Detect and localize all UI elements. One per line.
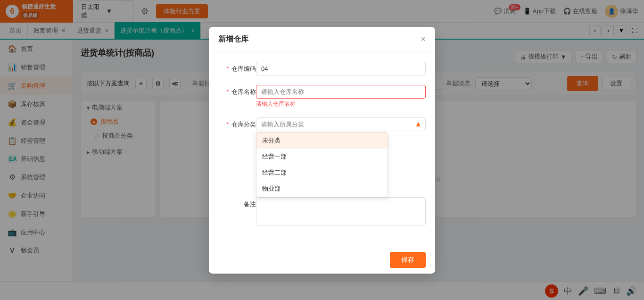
code-row: * 仓库编码 (218, 62, 426, 75)
code-label: * 仓库编码 (218, 62, 256, 73)
add-warehouse-modal: 新增仓库 × * 仓库编码 * 仓库名称 (209, 27, 435, 274)
modal-close-button[interactable]: × (421, 34, 426, 44)
category-input[interactable] (256, 117, 426, 131)
remark-control (256, 197, 426, 227)
dropdown-item-property[interactable]: 物业部 (256, 181, 388, 197)
save-button[interactable]: 保存 (390, 252, 426, 268)
modal-overlay: 新增仓库 × * 仓库编码 * 仓库名称 (0, 0, 644, 300)
category-row: * 仓库分类 ▲ 未分类 经营一部 经营二部 物业部 (218, 117, 426, 131)
remark-textarea[interactable] (256, 197, 426, 225)
modal-footer: 保存 (209, 246, 435, 274)
remark-row: 备注 (218, 197, 426, 227)
remark-label: 备注 (218, 197, 256, 208)
name-error-msg: 请输入仓库名称 (256, 100, 426, 108)
modal-header: 新增仓库 × (209, 27, 435, 52)
code-input[interactable] (256, 62, 426, 75)
category-dropdown: 未分类 经营一部 经营二部 物业部 (256, 132, 388, 197)
dropdown-item-dept1[interactable]: 经营一部 (256, 149, 388, 165)
code-control (256, 62, 426, 75)
dropdown-item-dept2[interactable]: 经营二部 (256, 165, 388, 181)
name-control: 请输入仓库名称 (256, 85, 426, 108)
modal-title: 新增仓库 (218, 34, 248, 44)
name-label: * 仓库名称 (218, 85, 256, 96)
category-label: * 仓库分类 (218, 117, 256, 129)
category-control: ▲ 未分类 经营一部 经营二部 物业部 (256, 117, 426, 131)
name-input[interactable] (256, 85, 426, 99)
dropdown-item-unclassified[interactable]: 未分类 (256, 133, 388, 149)
name-row: * 仓库名称 请输入仓库名称 (218, 85, 426, 108)
modal-body: * 仓库编码 * 仓库名称 请输入仓库名称 (209, 52, 435, 246)
